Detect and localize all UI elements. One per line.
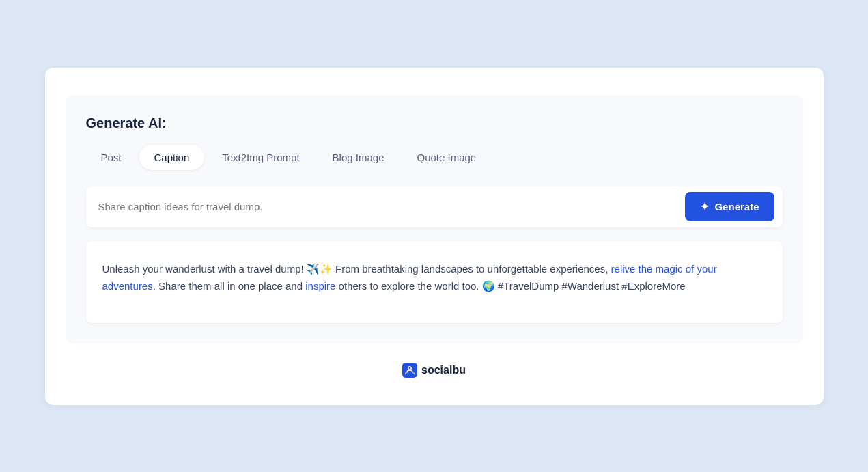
- generate-card: Generate AI: Post Caption Text2Img Promp…: [66, 95, 803, 344]
- tab-quote-image[interactable]: Quote Image: [402, 145, 491, 170]
- main-container: Generate AI: Post Caption Text2Img Promp…: [45, 68, 824, 405]
- tab-text2img[interactable]: Text2Img Prompt: [207, 145, 314, 170]
- result-highlight-2: inspire: [305, 280, 335, 292]
- tab-post[interactable]: Post: [86, 145, 137, 170]
- page-title: Generate AI:: [86, 115, 783, 131]
- brand-name: socialbu: [421, 364, 466, 376]
- result-card: Unleash your wanderlust with a travel du…: [86, 241, 783, 323]
- generate-button[interactable]: ✦ Generate: [685, 192, 774, 221]
- prompt-input[interactable]: [98, 189, 686, 225]
- prompt-input-row: ✦ Generate: [86, 186, 783, 227]
- brand-logo: socialbu: [402, 363, 466, 378]
- tab-caption[interactable]: Caption: [139, 145, 205, 170]
- result-highlight-1: relive the magic of your adventures: [102, 263, 717, 292]
- socialbu-logo-icon: [402, 363, 417, 378]
- tabs-container: Post Caption Text2Img Prompt Blog Image …: [86, 145, 783, 170]
- sparkle-icon: ✦: [700, 200, 709, 213]
- result-text: Unleash your wanderlust with a travel du…: [102, 260, 766, 295]
- footer: socialbu: [45, 363, 824, 378]
- generate-button-label: Generate: [714, 201, 759, 212]
- tab-blog-image[interactable]: Blog Image: [318, 145, 400, 170]
